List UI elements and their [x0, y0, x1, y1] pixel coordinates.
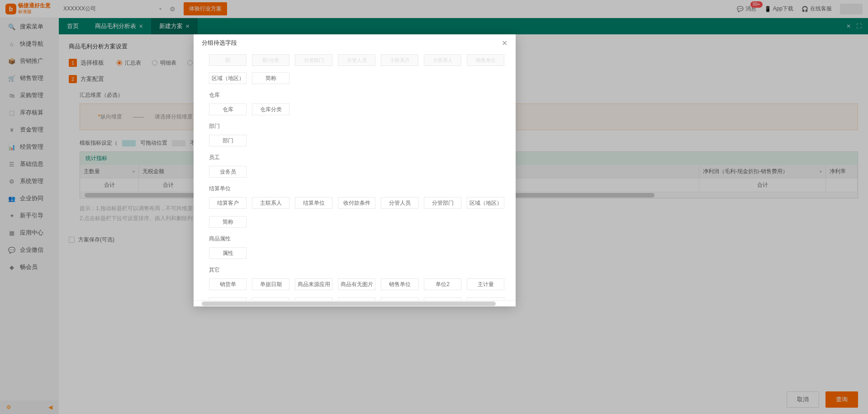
field-chip[interactable]: 分管人员: [338, 54, 375, 66]
field-chip[interactable]: 简称: [252, 72, 289, 84]
field-row: 简称: [209, 216, 508, 228]
field-chip[interactable]: 分管部门: [424, 197, 461, 209]
field-chip[interactable]: 属性: [209, 247, 247, 259]
group-warehouse: 仓库: [209, 91, 508, 99]
field-chip[interactable]: 销售单位: [381, 278, 418, 290]
field-chip[interactable]: 部门: [209, 135, 247, 146]
peek-row: 部 部/分类 分管部门 分管人员 主联系方 主联系人 销售单位: [209, 54, 508, 66]
field-chip[interactable]: 主联系人: [424, 54, 461, 66]
field-chip[interactable]: 收付款条件: [338, 197, 375, 209]
field-chip[interactable]: 分管人员: [381, 197, 418, 209]
field-chip[interactable]: 销售单位: [467, 54, 504, 66]
field-row: 区域（地区） 简称: [209, 72, 508, 84]
field-row: 销货单 单据日期 商品来源应用 商品有无图片 销售单位 单位2 主计量: [209, 278, 508, 290]
field-chip[interactable]: 商品来源应用: [295, 278, 332, 290]
field-chip[interactable]: 结算客户: [209, 197, 247, 209]
field-chip[interactable]: 仓库分类: [252, 104, 289, 115]
field-row: 部门: [209, 135, 508, 146]
field-chip[interactable]: 区域（地区）: [467, 197, 504, 209]
modal-header: 分组待选字段 ✕: [194, 34, 516, 52]
group-settlement: 结算单位: [209, 185, 508, 193]
field-chip[interactable]: 结算单位: [295, 197, 332, 209]
modal-hscroll[interactable]: [194, 300, 516, 306]
field-row: 属性: [209, 247, 508, 259]
field-chip[interactable]: 单位2: [424, 278, 461, 290]
field-chip[interactable]: 单据日期: [252, 278, 289, 290]
group-dept: 部门: [209, 122, 508, 130]
field-picker-modal: 分组待选字段 ✕ 部 部/分类 分管部门 分管人员 主联系方 主联系人 销售单位…: [194, 34, 516, 306]
modal-body[interactable]: 部 部/分类 分管部门 分管人员 主联系方 主联系人 销售单位 区域（地区） 简…: [194, 52, 516, 300]
group-staff: 员工: [209, 154, 508, 161]
field-chip[interactable]: 区域（地区）: [209, 72, 247, 84]
field-chip[interactable]: 销货单: [209, 278, 247, 290]
field-chip[interactable]: 主联系方: [381, 54, 418, 66]
field-chip[interactable]: 部: [209, 54, 247, 66]
field-chip[interactable]: 主计量: [467, 278, 504, 290]
close-icon[interactable]: ✕: [502, 39, 508, 47]
field-row: 结算客户 主联系人 结算单位 收付款条件 分管人员 分管部门 区域（地区）: [209, 197, 508, 209]
field-chip[interactable]: 主联系人: [252, 197, 289, 209]
field-chip[interactable]: 仓库: [209, 104, 247, 115]
field-chip[interactable]: 分管部门: [295, 54, 332, 66]
field-chip[interactable]: 业务员: [209, 166, 247, 178]
group-product-attr: 商品属性: [209, 235, 508, 243]
field-chip[interactable]: 简称: [209, 216, 247, 228]
field-chip[interactable]: 商品有无图片: [338, 278, 375, 290]
field-chip[interactable]: 部/分类: [252, 54, 289, 66]
field-row: 业务员: [209, 166, 508, 178]
group-other: 其它: [209, 266, 508, 274]
field-row: 仓库 仓库分类: [209, 104, 508, 115]
modal-title: 分组待选字段: [202, 39, 237, 47]
